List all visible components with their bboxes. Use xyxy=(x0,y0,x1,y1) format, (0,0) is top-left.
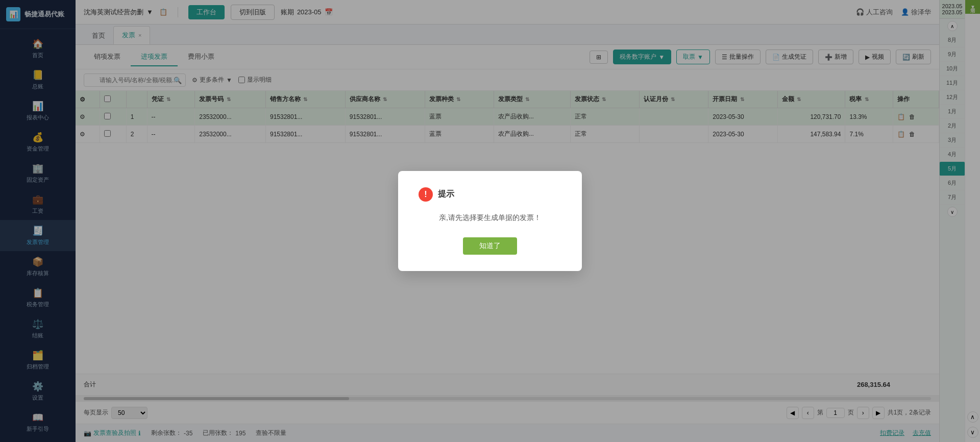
modal-confirm-button[interactable]: 知道了 xyxy=(463,237,517,255)
modal-overlay: ! 提示 亲,请先选择要生成单据的发票！ 知道了 xyxy=(0,0,980,442)
modal-title-row: ! 提示 xyxy=(419,187,561,202)
modal-title: 提示 xyxy=(438,189,454,200)
warning-icon: ! xyxy=(419,187,433,202)
modal-body: 亲,请先选择要生成单据的发票！ xyxy=(419,212,561,223)
modal-footer: 知道了 xyxy=(419,237,561,255)
alert-modal: ! 提示 亲,请先选择要生成单据的发票！ 知道了 xyxy=(398,171,582,271)
